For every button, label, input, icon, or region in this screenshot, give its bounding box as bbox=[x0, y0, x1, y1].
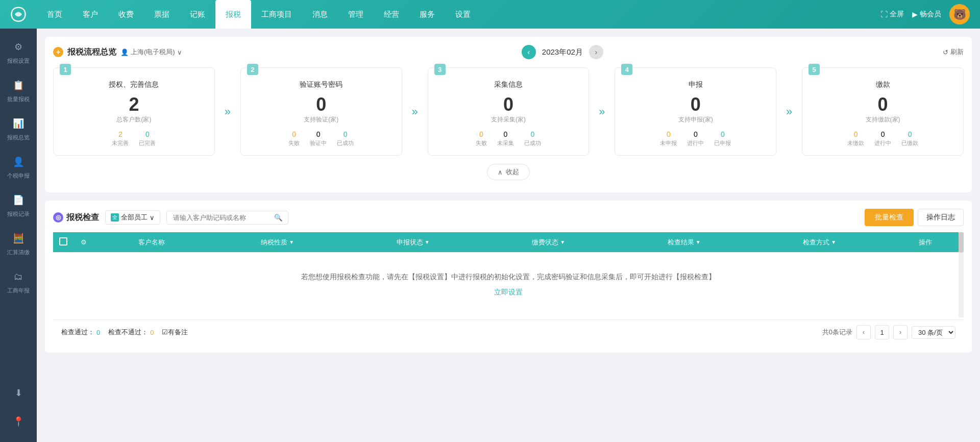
nav-service[interactable]: 服务 bbox=[409, 0, 445, 29]
stat-2-2-value: 0 bbox=[344, 130, 348, 138]
select-all-checkbox[interactable] bbox=[59, 237, 67, 245]
sidebar-label-tax-record: 报税记录 bbox=[7, 210, 30, 218]
location-tag[interactable]: 👤 上海(电子税局) ∨ bbox=[120, 47, 182, 57]
overview-section: + 报税流程总览 👤 上海(电子税局) ∨ ‹ 2023年02月 › ↺ 刷新 bbox=[45, 37, 972, 192]
fail-label: 检查不通过： bbox=[108, 328, 148, 337]
stat-3-0-label: 失败 bbox=[476, 139, 487, 147]
stat-4-0[interactable]: 0 未申报 bbox=[660, 130, 677, 147]
table-checkbox-header[interactable] bbox=[53, 232, 74, 252]
stat-3-2[interactable]: 0 已成功 bbox=[524, 130, 541, 147]
table-scroll-area: ⚙ 客户名称 纳税性质 ▼ bbox=[53, 232, 964, 317]
nav-fee[interactable]: 收费 bbox=[108, 0, 144, 29]
tax-overview-icon: 📊 bbox=[10, 115, 27, 132]
table-settings-header[interactable]: ⚙ bbox=[74, 232, 94, 252]
nav-message[interactable]: 消息 bbox=[302, 0, 338, 29]
date-nav: ‹ 2023年02月 › bbox=[522, 45, 603, 59]
arrow-1: » bbox=[215, 105, 240, 118]
fail-stat: 检查不通过： 0 bbox=[108, 328, 154, 337]
check-table: ⚙ 客户名称 纳税性质 ▼ bbox=[53, 232, 964, 317]
step-5: 5 bbox=[808, 64, 820, 75]
table-header-tax-nature: 纳税性质 ▼ bbox=[210, 232, 346, 252]
per-page-select[interactable]: 30 条/页 bbox=[912, 326, 955, 339]
main-layout: ⚙ 报税设置 📋 批量报税 📊 报税总览 👤 个税申报 📄 报税记录 🧮 汇算清… bbox=[0, 29, 980, 442]
staff-filter[interactable]: 全 全部员工 ∨ bbox=[105, 210, 160, 225]
stat-1-0[interactable]: 2 未完善 bbox=[112, 130, 129, 147]
sidebar-item-tax-record[interactable]: 📄 报税记录 bbox=[0, 186, 37, 224]
sidebar-item-personal-tax[interactable]: 👤 个税申报 bbox=[0, 148, 37, 186]
nav-customer[interactable]: 客户 bbox=[72, 0, 108, 29]
nav-tax[interactable]: 报税 bbox=[215, 0, 251, 29]
card-5-title: 缴款 bbox=[811, 80, 955, 89]
sidebar-item-settlement[interactable]: 🧮 汇算清缴 bbox=[0, 224, 37, 262]
next-month-btn[interactable]: › bbox=[589, 45, 603, 59]
tax-nature-filter-icon: ▼ bbox=[289, 239, 294, 245]
nav-settings[interactable]: 设置 bbox=[445, 0, 481, 29]
member-btn[interactable]: ▶ 畅会员 bbox=[912, 10, 941, 19]
stat-4-1[interactable]: 0 进行中 bbox=[687, 130, 704, 147]
sidebar-item-download[interactable]: ⬇ bbox=[0, 379, 37, 407]
next-page-btn[interactable]: › bbox=[893, 325, 908, 339]
stat-5-0[interactable]: 0 未缴款 bbox=[847, 130, 864, 147]
check-title-text: 报税检查 bbox=[66, 212, 99, 223]
nav-accounting[interactable]: 记账 bbox=[180, 0, 215, 29]
card-1-subtitle: 总客户数(家) bbox=[62, 115, 206, 124]
stat-5-0-label: 未缴款 bbox=[847, 139, 864, 147]
pay-status-filter[interactable]: 缴费状态 ▼ bbox=[532, 238, 565, 247]
step-1: 1 bbox=[60, 64, 71, 75]
nav-items: 首页 客户 收费 票据 记账 报税 工商项目 消息 管理 经营 服务 设置 bbox=[37, 0, 880, 29]
sidebar-item-location[interactable]: 📍 bbox=[0, 407, 37, 436]
card-4-stats: 0 未申报 0 进行中 0 已申报 bbox=[623, 130, 768, 147]
search-input[interactable] bbox=[167, 211, 269, 224]
stat-4-2[interactable]: 0 已申报 bbox=[714, 130, 731, 147]
nav-home[interactable]: 首页 bbox=[37, 0, 72, 29]
card-5-count: 0 bbox=[811, 93, 955, 115]
scroll-thumb[interactable] bbox=[959, 232, 964, 253]
nav-business[interactable]: 工商项目 bbox=[251, 0, 302, 29]
col-declare-status-label: 申报状态 bbox=[397, 238, 423, 247]
check-method-filter[interactable]: 检查方式 ▼ bbox=[803, 238, 836, 247]
sidebar-item-tax-overview[interactable]: 📊 报税总览 bbox=[0, 109, 37, 148]
refresh-btn[interactable]: ↺ 刷新 bbox=[943, 47, 964, 57]
chevron-down-icon: ∨ bbox=[177, 48, 182, 56]
setup-link[interactable]: 立即设置 bbox=[494, 288, 523, 296]
nav-invoice[interactable]: 票据 bbox=[144, 0, 180, 29]
collapse-btn[interactable]: ∧ 收起 bbox=[487, 164, 530, 180]
stat-2-0[interactable]: 0 失败 bbox=[288, 130, 300, 147]
check-result-filter[interactable]: 检查结果 ▼ bbox=[668, 238, 701, 247]
sidebar: ⚙ 报税设置 📋 批量报税 📊 报税总览 👤 个税申报 📄 报税记录 🧮 汇算清… bbox=[0, 29, 37, 442]
sidebar-item-annual-report[interactable]: 🗂 工商年报 bbox=[0, 262, 37, 301]
member-label: 畅会员 bbox=[920, 10, 941, 19]
prev-page-btn[interactable]: ‹ bbox=[856, 325, 871, 339]
search-button[interactable]: 🔍 bbox=[269, 211, 288, 224]
empty-message-text: 若您想使用报税检查功能，请先在【报税设置】中进行报税的初始化设置，完成密码验证和… bbox=[74, 273, 943, 282]
sidebar-item-tax-settings[interactable]: ⚙ 报税设置 bbox=[0, 33, 37, 71]
stat-5-2[interactable]: 0 已缴款 bbox=[901, 130, 918, 147]
download-icon: ⬇ bbox=[10, 385, 27, 401]
name-filter[interactable]: 客户名称 bbox=[138, 238, 165, 247]
stat-2-1[interactable]: 0 验证中 bbox=[310, 130, 327, 147]
stat-5-1-label: 进行中 bbox=[874, 139, 891, 147]
sidebar-item-batch-tax[interactable]: 📋 批量报税 bbox=[0, 71, 37, 109]
nav-operation[interactable]: 经营 bbox=[374, 0, 409, 29]
scroll-track[interactable] bbox=[959, 232, 964, 317]
card-3-count: 0 bbox=[436, 93, 581, 115]
pass-count[interactable]: 0 bbox=[96, 329, 100, 336]
stat-3-0[interactable]: 0 失败 bbox=[476, 130, 487, 147]
declare-status-filter[interactable]: 申报状态 ▼ bbox=[397, 238, 430, 247]
stat-5-1[interactable]: 0 进行中 bbox=[874, 130, 891, 147]
location-person-icon: 👤 bbox=[120, 48, 129, 56]
user-avatar[interactable]: 🐻 bbox=[949, 4, 970, 24]
settings-icon: ⚙ bbox=[81, 238, 87, 246]
stat-3-1[interactable]: 0 未采集 bbox=[497, 130, 514, 147]
prev-month-btn[interactable]: ‹ bbox=[522, 45, 536, 59]
stat-1-1[interactable]: 0 已完善 bbox=[139, 130, 156, 147]
tax-nature-filter[interactable]: 纳税性质 ▼ bbox=[261, 238, 294, 247]
stat-2-2[interactable]: 0 已成功 bbox=[337, 130, 354, 147]
fail-count[interactable]: 0 bbox=[150, 329, 154, 336]
nav-manage[interactable]: 管理 bbox=[338, 0, 374, 29]
batch-check-button[interactable]: 批量检查 bbox=[865, 209, 914, 226]
operation-log-button[interactable]: 操作日志 bbox=[918, 209, 964, 226]
fullscreen-btn[interactable]: ⛶ 全屏 bbox=[880, 10, 904, 19]
stat-3-0-value: 0 bbox=[479, 130, 483, 138]
flow-card-2: 2 验证账号密码 0 支持验证(家) 0 失败 0 验证中 bbox=[240, 67, 402, 156]
